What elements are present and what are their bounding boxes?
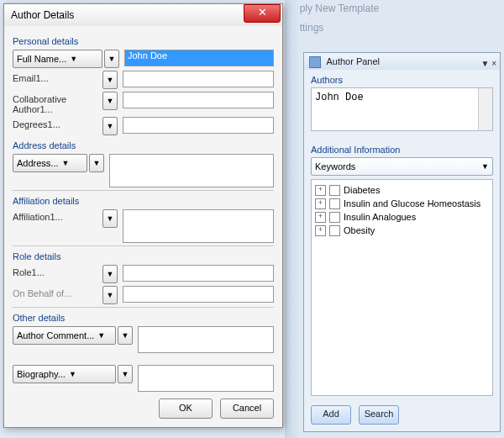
degrees-expand-button[interactable]: ▼ [102, 117, 118, 135]
email-input[interactable] [123, 71, 274, 87]
section-personal: Personal details [13, 36, 274, 46]
expand-icon[interactable]: + [315, 225, 326, 236]
bio-expand-button[interactable]: ▼ [118, 365, 133, 383]
dialog-titlebar: Author Details ✕ [4, 4, 282, 26]
address-textarea[interactable] [109, 154, 274, 187]
behalf-input[interactable] [123, 286, 274, 303]
collab-input[interactable] [123, 92, 274, 108]
keywords-tree: +Diabetes +Insulin and Glucose Homeostas… [311, 179, 493, 396]
email-expand-button[interactable]: ▼ [102, 71, 118, 89]
address-dropdown[interactable]: Address...▼ [13, 154, 87, 172]
authors-section-label: Authors [311, 75, 493, 85]
role-label: Role1... [13, 265, 101, 277]
role-expand-button[interactable]: ▼ [102, 265, 118, 283]
role-input[interactable] [123, 265, 274, 282]
comments-dropdown[interactable]: Author Comment...▼ [13, 326, 116, 345]
chevron-down-icon: ▼ [481, 162, 489, 171]
ok-button[interactable]: OK [159, 398, 213, 419]
collab-label: Collaborative Author1... [13, 92, 101, 114]
add-button[interactable]: Add [311, 405, 351, 425]
degrees-label: Degrees1... [13, 117, 101, 129]
section-affil: Affiliation details [13, 196, 274, 206]
tree-item[interactable]: +Obesity [315, 224, 489, 237]
author-panel: Author Panel ▼ × Authors John Doe Additi… [303, 52, 501, 432]
expand-icon[interactable]: + [315, 212, 326, 223]
tree-item[interactable]: +Insulin and Glucose Homeostasis [315, 197, 489, 210]
panel-controls[interactable]: ▼ × [480, 55, 496, 72]
expand-icon[interactable]: + [315, 198, 326, 209]
affil-expand-button[interactable]: ▼ [102, 209, 118, 228]
degrees-input[interactable] [123, 117, 274, 134]
section-address: Address details [13, 140, 274, 150]
checkbox[interactable] [329, 185, 340, 196]
vertical-divider [285, 0, 300, 438]
panel-header: Author Panel ▼ × [304, 53, 500, 70]
bio-textarea[interactable] [138, 365, 274, 392]
section-role: Role details [13, 251, 274, 261]
additional-info-label: Additional Information [311, 145, 493, 155]
expand-icon[interactable]: + [315, 185, 326, 196]
bg-template-text: pply New Template [294, 3, 379, 14]
affil-label: Affiliation1... [13, 209, 101, 222]
behalf-expand-button[interactable]: ▼ [102, 286, 118, 304]
tree-item[interactable]: +Insulin Analogues [315, 210, 489, 224]
keywords-combo[interactable]: Keywords ▼ [311, 157, 493, 176]
checkbox[interactable] [329, 212, 340, 223]
authors-list[interactable]: John Doe [311, 87, 493, 131]
dialog-body: Personal details Full Name...▼ ▼ John Do… [4, 26, 282, 427]
author-details-dialog: Author Details ✕ Personal details Full N… [3, 3, 283, 428]
keywords-label: Keywords [315, 161, 355, 172]
email-label: Email1... [13, 71, 101, 83]
checkbox[interactable] [329, 198, 340, 209]
affil-textarea[interactable] [123, 209, 274, 243]
comments-textarea[interactable] [138, 326, 274, 353]
address-expand-button[interactable]: ▼ [89, 154, 104, 172]
comments-expand-button[interactable]: ▼ [118, 326, 133, 345]
authors-scrollbar[interactable] [478, 88, 492, 130]
collab-expand-button[interactable]: ▼ [102, 92, 118, 110]
section-other: Other details [13, 313, 274, 323]
search-button[interactable]: Search [359, 405, 399, 425]
fullname-dropdown[interactable]: Full Name...▼ [13, 50, 102, 68]
panel-title: Author Panel [326, 56, 380, 66]
authors-value: John Doe [315, 92, 364, 103]
bio-dropdown[interactable]: Biography...▼ [13, 365, 116, 383]
close-button[interactable]: ✕ [244, 4, 281, 23]
behalf-label: On Behalf of... [13, 286, 101, 298]
fullname-input[interactable]: John Doe [124, 50, 274, 66]
checkbox[interactable] [329, 225, 340, 236]
tree-item[interactable]: +Diabetes [315, 183, 489, 197]
fullname-expand-button[interactable]: ▼ [104, 50, 119, 68]
cancel-button[interactable]: Cancel [220, 398, 274, 419]
dialog-title: Author Details [11, 9, 74, 21]
panel-icon [309, 56, 321, 68]
